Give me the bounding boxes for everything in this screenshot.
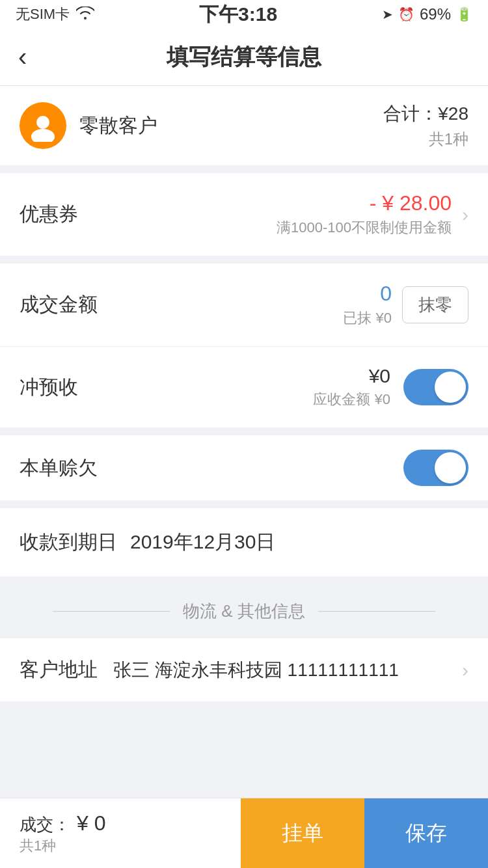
alarm-icon: ⏰	[398, 7, 414, 22]
round-off-button[interactable]: 抹零	[402, 286, 468, 323]
credit-toggle-knob	[435, 452, 466, 483]
wifi-icon	[76, 5, 94, 23]
due-date-label: 收款到期日	[20, 529, 117, 556]
battery-label: 69%	[420, 5, 451, 23]
credit-label: 本单赊欠	[20, 455, 98, 481]
address-chevron-icon: ›	[462, 659, 468, 681]
status-bar: 无SIM卡 下午3:18 ➤ ⏰ 69% 🔋	[0, 0, 488, 29]
divider-line-left	[53, 611, 170, 612]
address-label: 客户地址	[20, 657, 98, 683]
save-button[interactable]: 保存	[364, 798, 488, 869]
pre-amount-main: ¥0	[313, 365, 390, 387]
bottom-summary-amount: ¥ 0	[77, 811, 105, 835]
logistics-divider: 物流 & 其他信息	[0, 584, 488, 638]
back-button[interactable]: ‹	[18, 42, 27, 72]
coupon-right-text: - ¥ 28.00 满1000-100不限制使用金额	[277, 191, 452, 237]
content: 零散客户 合计：¥28 共1种 优惠券 - ¥ 28.00 满1000-100不…	[0, 86, 488, 787]
coupon-row[interactable]: 优惠券 - ¥ 28.00 满1000-100不限制使用金额 ›	[0, 173, 488, 256]
address-row[interactable]: 客户地址 张三 海淀永丰科技园 11111111111 ›	[0, 638, 488, 701]
pre-collection-row: 冲预收 ¥0 应收金额 ¥0	[0, 347, 488, 427]
due-date-value: 2019年12月30日	[130, 529, 275, 556]
pre-collection-label: 冲预收	[20, 374, 78, 401]
credit-section: 本单赊欠	[0, 435, 488, 500]
pre-collection-toggle[interactable]	[403, 369, 468, 405]
total-count: 共1种	[383, 129, 468, 150]
bottom-summary-top: 成交： ¥ 0	[20, 811, 221, 836]
credit-toggle[interactable]	[403, 450, 468, 486]
coupon-section: 优惠券 - ¥ 28.00 满1000-100不限制使用金额 ›	[0, 173, 488, 256]
customer-section: 零散客户 合计：¥28 共1种	[0, 86, 488, 165]
transaction-row: 成交金额 0 已抹 ¥0 抹零	[0, 264, 488, 347]
address-value: 张三 海淀永丰科技园 11111111111	[113, 658, 462, 683]
transaction-value: 0	[343, 282, 392, 306]
pre-amount-sub: 应收金额 ¥0	[313, 390, 390, 409]
customer-right: 合计：¥28 共1种	[383, 102, 468, 150]
transaction-sub: 已抹 ¥0	[343, 308, 392, 328]
customer-left: 零散客户	[20, 102, 157, 149]
svg-point-0	[36, 116, 49, 129]
pre-amount: ¥0 应收金额 ¥0	[313, 365, 390, 409]
due-date-section: 收款到期日 2019年12月30日	[0, 508, 488, 576]
status-time: 下午3:18	[199, 1, 277, 28]
coupon-value: - ¥ 28.00	[277, 191, 452, 215]
transaction-label: 成交金额	[20, 292, 98, 318]
hold-button[interactable]: 挂单	[241, 798, 364, 869]
pre-collection-right: ¥0 应收金额 ¥0	[313, 365, 468, 409]
logistics-label: 物流 & 其他信息	[183, 600, 305, 623]
address-section: 客户地址 张三 海淀永丰科技园 11111111111 ›	[0, 638, 488, 701]
status-left: 无SIM卡	[16, 5, 94, 24]
bottom-summary-count: 共1种	[20, 836, 221, 856]
bottom-bar: 成交： ¥ 0 共1种 挂单 保存	[0, 798, 488, 868]
credit-row: 本单赊欠	[20, 435, 468, 500]
logistics-divider-inner: 物流 & 其他信息	[0, 600, 488, 623]
page-title: 填写结算等信息	[167, 42, 321, 72]
customer-name: 零散客户	[79, 113, 157, 139]
divider-line-right	[318, 611, 435, 612]
coupon-label: 优惠券	[20, 201, 78, 228]
due-date-row: 收款到期日 2019年12月30日	[0, 508, 488, 576]
status-right: ➤ ⏰ 69% 🔋	[382, 5, 472, 23]
battery-icon: 🔋	[456, 7, 472, 22]
bottom-summary: 成交： ¥ 0 共1种	[0, 811, 241, 856]
toggle-knob	[435, 372, 466, 403]
transaction-right: 0 已抹 ¥0 抹零	[343, 282, 468, 328]
bottom-summary-label: 成交：	[20, 813, 70, 836]
coupon-right: - ¥ 28.00 满1000-100不限制使用金额 ›	[277, 191, 468, 237]
transaction-right-text: 0 已抹 ¥0	[343, 282, 392, 328]
chevron-right-icon: ›	[462, 204, 468, 226]
avatar	[20, 102, 66, 149]
coupon-desc: 满1000-100不限制使用金额	[277, 218, 452, 237]
total-amount: 合计：¥28	[383, 102, 468, 126]
nav-bar: ‹ 填写结算等信息	[0, 29, 488, 86]
location-icon: ➤	[382, 7, 393, 22]
transaction-section: 成交金额 0 已抹 ¥0 抹零 冲预收 ¥0 应收金额 ¥0	[0, 264, 488, 427]
no-sim-label: 无SIM卡	[16, 5, 70, 24]
svg-point-1	[31, 129, 55, 142]
